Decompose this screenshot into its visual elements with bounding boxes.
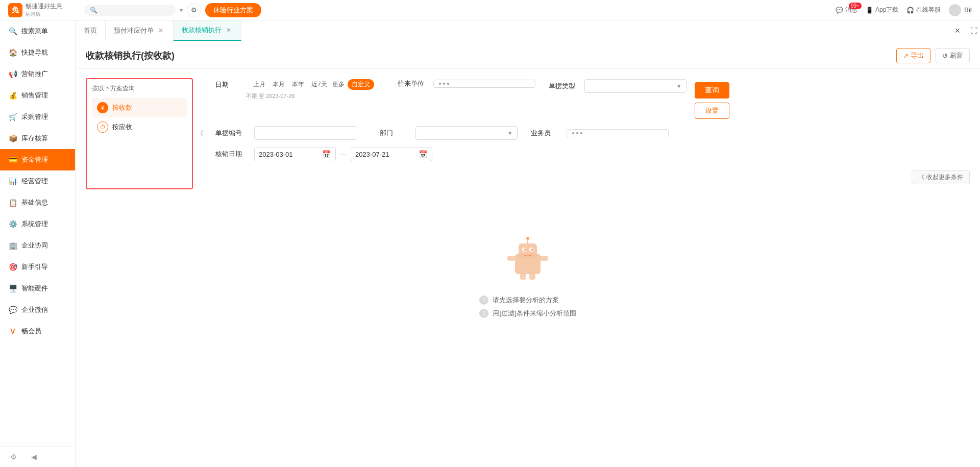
sidebar-item-label: 采购管理 — [21, 112, 48, 121]
dot6 — [580, 132, 582, 134]
sidebar-item-capital[interactable]: 💳 资金管理 — [0, 149, 75, 170]
sidebar-item-label: 搜索菜单 — [21, 27, 48, 36]
sidebar-collapse-icon[interactable]: ◀ — [29, 452, 39, 462]
user-area[interactable]: Rit — [949, 4, 972, 16]
message-button[interactable]: 💬 消息 99+ — [836, 6, 857, 14]
sidebar: 🔍 搜索菜单 🏠 快捷导航 📢 营销推广 💰 销售管理 🛒 采购管理 📦 库存核… — [0, 20, 76, 467]
svg-point-4 — [524, 249, 526, 251]
chevron-up-icon: 《 — [918, 173, 924, 182]
tab-collection[interactable]: 收款核销执行 ✕ — [174, 20, 241, 41]
message-icon: 💬 — [836, 7, 843, 14]
svg-rect-11 — [529, 273, 535, 280]
date-btn-this-month[interactable]: 本月 — [271, 79, 287, 90]
query-button[interactable]: 查询 — [695, 82, 729, 99]
sidebar-item-label: 资金管理 — [21, 155, 48, 164]
verify-end-input[interactable] — [355, 151, 416, 158]
filter-collapse-btn[interactable]: 《 — [195, 74, 205, 193]
tab-prepay-close[interactable]: ✕ — [157, 27, 165, 35]
date-btn-more[interactable]: 更多 — [332, 80, 345, 89]
dot5 — [576, 132, 578, 134]
marketing-icon: 📢 — [8, 69, 17, 79]
setting-button[interactable]: 设置 — [695, 103, 729, 119]
gear-button[interactable]: ⚙ — [187, 3, 201, 17]
sidebar-item-guide[interactable]: 🎯 新手引导 — [0, 256, 75, 278]
tab-prepay-label: 预付冲应付单 — [114, 26, 154, 35]
dropdown-arrow-icon: ▾ — [677, 82, 681, 90]
sidebar-item-hardware[interactable]: 🖥️ 智能硬件 — [0, 278, 75, 299]
filter-by-receivable-label: 按应收 — [112, 122, 132, 132]
refresh-button[interactable]: ↺ 刷新 — [936, 48, 970, 63]
dot2 — [443, 83, 445, 85]
sidebar-item-sales[interactable]: 💰 销售管理 — [0, 85, 75, 106]
salesperson-input[interactable] — [567, 129, 669, 137]
sidebar-item-system[interactable]: ⚙️ 系统管理 — [0, 213, 75, 235]
system-icon: ⚙️ — [8, 219, 17, 229]
sidebar-item-operations[interactable]: 📊 经营管理 — [0, 170, 75, 192]
tip-num-1: 1 — [479, 296, 488, 305]
sidebar-item-label: 系统管理 — [21, 219, 48, 229]
sidebar-item-member[interactable]: V 畅会员 — [0, 321, 75, 342]
date-btn-custom[interactable]: 自定义 — [348, 79, 374, 90]
search-bar: 🔍 ▾ ⚙ 休验行业方案 — [84, 3, 836, 17]
member-icon: V — [8, 327, 17, 336]
sidebar-item-label: 企业协同 — [21, 241, 48, 250]
tab-bar-actions: ✕ ⛶ — [951, 24, 980, 37]
filter-by-receipt[interactable]: ¥ 按收款 — [92, 98, 187, 117]
page-title: 收款核销执行(按收款) — [86, 50, 175, 62]
dept-select[interactable]: ▾ — [415, 126, 518, 140]
verify-date-label: 核销日期 — [215, 150, 246, 159]
receivable-icon: ⏱ — [97, 121, 108, 133]
dropdown-arrow[interactable]: ▾ — [180, 7, 183, 14]
top-right-area: 💬 消息 99+ 📱 App下载 🎧 在线客服 Rit — [836, 4, 972, 16]
verify-start-cal-icon[interactable]: 📅 — [322, 150, 331, 158]
main-layout: 🔍 搜索菜单 🏠 快捷导航 📢 营销推广 💰 销售管理 🛒 采购管理 📦 库存核… — [0, 20, 980, 467]
phone-icon: 📱 — [866, 7, 873, 14]
app-download-button[interactable]: 📱 App下载 — [866, 6, 898, 14]
date-btn-last-month[interactable]: 上月 — [251, 79, 267, 90]
date-btn-7days[interactable]: 近7天 — [309, 79, 329, 90]
online-service-button[interactable]: 🎧 在线客服 — [906, 6, 941, 14]
tab-prepay[interactable]: 预付冲应付单 ✕ — [106, 20, 174, 41]
sidebar-settings-icon[interactable]: ⚙ — [8, 452, 18, 462]
sidebar-item-marketing[interactable]: 📢 营销推广 — [0, 63, 75, 85]
industry-button[interactable]: 休验行业方案 — [205, 3, 261, 17]
sidebar-item-inventory[interactable]: 📦 库存核算 — [0, 128, 75, 149]
verify-end-cal-icon[interactable]: 📅 — [419, 150, 427, 158]
filter-by-receipt-label: 按收款 — [112, 103, 132, 112]
doc-type-select[interactable]: ▾ — [584, 79, 687, 93]
page-header-actions: ↗ 导出 ↺ 刷新 — [896, 48, 970, 63]
tab-collection-close[interactable]: ✕ — [225, 26, 233, 34]
verify-start-input[interactable] — [259, 151, 320, 158]
export-button[interactable]: ↗ 导出 — [896, 48, 930, 63]
svg-rect-10 — [520, 273, 526, 280]
operations-icon: 📊 — [8, 177, 17, 186]
collapse-more-btn[interactable]: 《 收起更多条件 — [912, 170, 970, 184]
sidebar-item-basic-info[interactable]: 📋 基础信息 — [0, 192, 75, 213]
tab-close-all-icon[interactable]: ✕ — [951, 24, 964, 37]
sidebar-item-purchase[interactable]: 🛒 采购管理 — [0, 106, 75, 128]
hardware-icon: 🖥️ — [8, 284, 17, 293]
filter-by-receivable[interactable]: ⏱ 按应收 — [92, 117, 187, 137]
empty-tip-2: 2 用[过滤]条件来缩小分析范围 — [479, 309, 576, 318]
sidebar-item-search-menu[interactable]: 🔍 搜索菜单 — [0, 20, 75, 42]
headset-icon: 🎧 — [906, 7, 914, 14]
guide-icon: 🎯 — [8, 262, 17, 272]
filter-left-title: 按以下方案查询 — [92, 84, 187, 93]
date-sub-label: 不限 至 2023-07-26 — [246, 93, 295, 99]
robot-svg — [502, 234, 553, 285]
user-name: Rit — [964, 7, 972, 14]
verify-date-range: 📅 — 📅 — [254, 147, 432, 161]
empty-state: 1 请先选择要分析的方案 2 用[过滤]条件来缩小分析范围 — [76, 193, 980, 359]
sidebar-item-quick-nav[interactable]: 🏠 快捷导航 — [0, 42, 75, 63]
sidebar-item-wechat[interactable]: 💬 企业微信 — [0, 299, 75, 321]
logo-icon: 兔 — [8, 3, 22, 17]
date-btn-this-year[interactable]: 本年 — [290, 79, 306, 90]
sidebar-item-label: 智能硬件 — [21, 284, 48, 293]
sidebar-item-enterprise[interactable]: 🏢 企业协同 — [0, 235, 75, 256]
tab-home[interactable]: 首页 — [76, 20, 106, 41]
counterparty-input[interactable] — [433, 80, 535, 88]
doc-type-label: 单据类型 — [549, 82, 579, 91]
search-input[interactable]: 🔍 — [84, 5, 176, 16]
doc-no-input[interactable] — [254, 126, 356, 140]
tab-fullscreen-icon[interactable]: ⛶ — [968, 24, 980, 37]
